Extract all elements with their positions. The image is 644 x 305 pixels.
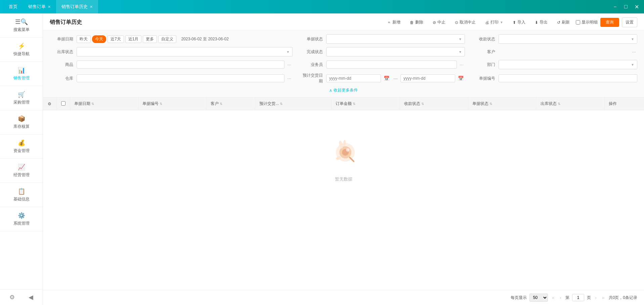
page-header: 销售订单历史 ＋ 新增 🗑 删除 ⊘ 中止 ⊙ 取消中止 xyxy=(43,13,644,30)
sort-date-icon: ⇅ xyxy=(91,102,94,106)
sidebar-item-base-info[interactable]: 📋 基础信息 xyxy=(0,183,43,207)
filter-section-order-status: 单据状态 ▼ xyxy=(299,34,465,44)
page-number-input[interactable] xyxy=(572,294,584,301)
date-more[interactable]: 更多 xyxy=(143,35,157,43)
complete-arrow: ▼ xyxy=(459,50,462,54)
goods-dots[interactable]: ··· xyxy=(286,62,293,67)
close-history-tab[interactable]: ✕ xyxy=(90,5,93,9)
goods-label: 商品 xyxy=(50,62,77,68)
sidebar-settings-icon[interactable]: ⚙ xyxy=(9,294,15,301)
print-icon: 🖨 xyxy=(485,20,489,25)
stop-icon: ⊘ xyxy=(433,20,436,25)
order-status-label: 单据状态 xyxy=(299,36,326,42)
print-button[interactable]: 🖨 打印 ▼ xyxy=(482,18,507,27)
th-expected-delivery[interactable]: 预计交货... ⇅ xyxy=(255,98,332,110)
salesperson-input[interactable] xyxy=(326,61,457,69)
toolbar: ＋ 新增 🗑 删除 ⊘ 中止 ⊙ 取消中止 🖨 打印 xyxy=(384,17,637,27)
date-label: 单据日期 xyxy=(50,36,77,42)
sidebar-item-finance[interactable]: 💰 资金管理 xyxy=(0,135,43,159)
th-outbound-status[interactable]: 出库状态 ⇅ xyxy=(536,98,604,110)
th-customer[interactable]: 客户 ⇅ xyxy=(206,98,255,110)
sidebar-item-inventory[interactable]: 📦 库存核算 xyxy=(0,110,43,135)
delivery-date-start[interactable] xyxy=(326,74,381,82)
outbound-arrow: ▼ xyxy=(286,50,290,54)
select-all-checkbox[interactable] xyxy=(61,101,66,106)
display-toggle-checkbox[interactable] xyxy=(576,20,580,25)
tab-sales-order-history[interactable]: 销售订单历史 ✕ xyxy=(56,0,98,13)
data-table: ⚙ 单据日期 ⇅ 单据编号 xyxy=(43,98,644,209)
empty-row: 暂无数据 xyxy=(43,110,644,209)
query-button[interactable]: 查询 xyxy=(600,18,619,27)
calendar-end-icon[interactable]: 📅 xyxy=(457,76,465,81)
customer-dots[interactable]: ··· xyxy=(631,49,637,54)
warehouse-input[interactable] xyxy=(77,74,285,82)
refresh-button[interactable]: ↺ 刷新 xyxy=(554,18,573,27)
close-sales-order-tab[interactable]: ✕ xyxy=(48,5,51,9)
dept-select[interactable]: ▼ xyxy=(499,60,637,69)
order-no-input[interactable] xyxy=(499,74,637,82)
customer-input xyxy=(499,50,629,53)
export-button[interactable]: ⬇ 导出 xyxy=(531,18,551,27)
sort-amount-icon: ⇅ xyxy=(353,102,355,106)
purchase-mgmt-icon: 🛒 xyxy=(18,91,25,98)
settings-button[interactable]: 设置 xyxy=(622,17,637,27)
settings-icon[interactable]: ⚙ xyxy=(48,102,51,106)
th-date[interactable]: 单据日期 ⇅ xyxy=(70,98,138,110)
first-page-button[interactable]: « xyxy=(551,294,556,301)
calendar-start-icon[interactable]: 📅 xyxy=(382,76,391,81)
import-button[interactable]: ⬆ 导入 xyxy=(509,18,529,27)
dept-label: 部门 xyxy=(472,62,499,68)
complete-select[interactable]: ▼ xyxy=(326,47,465,56)
th-order-status[interactable]: 单据状态 ⇅ xyxy=(468,98,536,110)
th-checkbox[interactable] xyxy=(56,98,70,110)
delete-button[interactable]: 🗑 删除 xyxy=(406,18,427,27)
sidebar-collapse-icon[interactable]: ◀ xyxy=(29,294,33,301)
next-page-button[interactable]: › xyxy=(594,294,598,301)
date-yesterday[interactable]: 昨天 xyxy=(77,35,91,43)
warehouse-dots[interactable]: ··· xyxy=(286,76,293,81)
stop-button[interactable]: ⊘ 中止 xyxy=(429,18,449,27)
page-suffix: 页 xyxy=(587,295,591,301)
cancel-stop-icon: ⊙ xyxy=(455,20,458,25)
date-1month[interactable]: 近1月 xyxy=(125,35,142,43)
sidebar-item-operations[interactable]: 📈 经营管理 xyxy=(0,159,43,183)
receipt-status-select[interactable]: ▼ xyxy=(499,34,637,44)
sidebar-item-purchase-mgmt[interactable]: 🛒 采购管理 xyxy=(0,86,43,110)
tab-sales-order[interactable]: 销售订单 ✕ xyxy=(23,0,56,13)
date-custom[interactable]: 自定义 xyxy=(158,35,176,43)
goods-input[interactable] xyxy=(77,61,285,69)
display-toggle: 显示明细 xyxy=(576,20,598,25)
last-page-button[interactable]: » xyxy=(601,294,606,301)
warehouse-control: ··· xyxy=(77,74,293,82)
minimize-button[interactable]: － xyxy=(611,3,619,11)
table-body: 暂无数据 xyxy=(43,110,644,209)
per-page-select[interactable]: 50 10 20 100 xyxy=(529,294,548,302)
search-menu-icon: ☰🔍 xyxy=(15,18,28,26)
sidebar-item-sys-mgmt[interactable]: ⚙️ 系统管理 xyxy=(0,207,43,231)
content-area: 销售订单历史 ＋ 新增 🗑 删除 ⊘ 中止 ⊙ 取消中止 xyxy=(43,13,644,305)
new-button[interactable]: ＋ 新增 xyxy=(384,18,404,27)
date-today[interactable]: 今天 xyxy=(92,35,106,43)
th-settings[interactable]: ⚙ xyxy=(43,98,56,110)
collapse-up-icon: ∧ xyxy=(329,88,332,93)
salesperson-dots[interactable]: ··· xyxy=(458,62,465,67)
th-receipt-status[interactable]: 收款状态 ⇅ xyxy=(400,98,468,110)
sidebar-item-quick-nav[interactable]: ⚡ 快捷导航 xyxy=(0,38,43,62)
th-order-amount[interactable]: 订单金额 ⇅ xyxy=(332,98,400,110)
inventory-icon: 📦 xyxy=(18,115,25,122)
tab-home[interactable]: 首页 xyxy=(3,0,23,13)
collapse-button[interactable]: ∧ 收起更多条件 xyxy=(50,87,637,93)
delivery-date-end[interactable] xyxy=(400,74,455,82)
sidebar-item-search-menu[interactable]: ☰🔍 搜索菜单 xyxy=(0,13,43,38)
cancel-stop-button[interactable]: ⊙ 取消中止 xyxy=(452,18,479,27)
th-order-no[interactable]: 单据编号 ⇅ xyxy=(138,98,206,110)
prev-page-button[interactable]: ‹ xyxy=(559,294,563,301)
empty-illustration xyxy=(327,137,360,171)
date-7days[interactable]: 近7天 xyxy=(108,35,124,43)
receipt-status-label: 收款状态 xyxy=(472,36,499,42)
sidebar-item-sales-mgmt[interactable]: 📊 销售管理 xyxy=(0,62,43,86)
maximize-button[interactable]: □ xyxy=(622,3,630,11)
close-button[interactable]: ✕ xyxy=(633,3,641,11)
order-status-select[interactable]: ▼ xyxy=(326,34,465,44)
outbound-select[interactable]: ▼ xyxy=(77,47,293,56)
